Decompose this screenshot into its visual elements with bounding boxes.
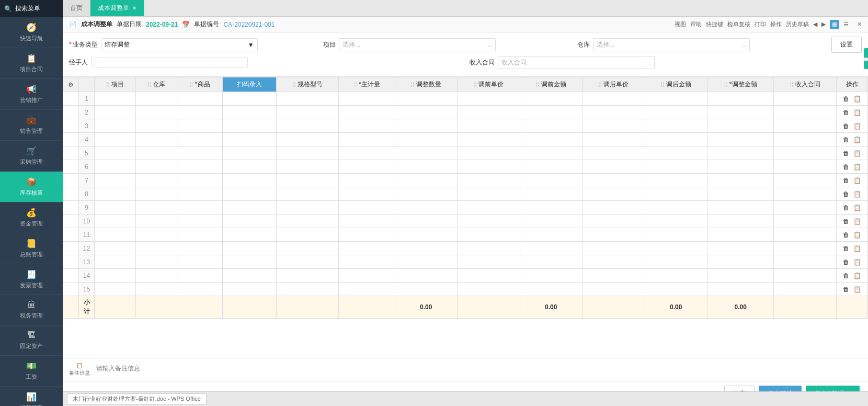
row-unit-5[interactable] <box>339 146 395 160</box>
row-post-adj-amount-7[interactable] <box>645 174 707 187</box>
row-warehouse-12[interactable] <box>136 242 177 255</box>
row-adj-amount-3[interactable] <box>707 119 774 133</box>
row-unit-4[interactable] <box>339 133 395 146</box>
row-post-adj-amount-11[interactable] <box>645 228 707 242</box>
row-delete-icon-7[interactable]: 🗑 <box>843 177 849 184</box>
row-pre-adj-amount-9[interactable] <box>520 201 583 215</box>
note-input[interactable] <box>94 363 862 374</box>
review-btn[interactable]: 检单复核 <box>727 20 750 28</box>
row-action-11[interactable]: 🗑 📋 <box>837 228 868 242</box>
row-post-adj-amount-4[interactable] <box>645 133 707 146</box>
sidebar-search[interactable]: 🔍 搜索菜单 <box>0 0 63 17</box>
row-scan-5[interactable] <box>223 146 277 160</box>
row-project-11[interactable] <box>95 228 136 242</box>
row-adj-amount-4[interactable] <box>707 133 774 146</box>
row-post-adj-price-11[interactable] <box>583 228 645 242</box>
row-adj-qty-14[interactable] <box>395 269 458 283</box>
sidebar-item-sales-mgmt[interactable]: 💼销售管理 <box>0 110 63 141</box>
row-scan-12[interactable] <box>223 242 277 255</box>
row-scan-1[interactable] <box>223 92 277 106</box>
row-spec-10[interactable] <box>276 215 339 228</box>
sidebar-item-fixed-assets[interactable]: 🏗固定资产 <box>0 325 63 356</box>
row-scan-7[interactable] <box>223 174 277 187</box>
row-delete-icon-15[interactable]: 🗑 <box>843 286 849 293</box>
row-income-contract-14[interactable] <box>774 269 837 283</box>
row-pre-adj-price-11[interactable] <box>458 228 520 242</box>
row-action-3[interactable]: 🗑 📋 <box>837 119 868 133</box>
row-post-adj-price-12[interactable] <box>583 242 645 255</box>
row-goods-8[interactable] <box>177 187 223 201</box>
row-action-8[interactable]: 🗑 📋 <box>837 187 868 201</box>
sidebar-item-sales-promo[interactable]: 📢营销推广 <box>0 79 63 110</box>
row-post-adj-price-5[interactable] <box>583 146 645 160</box>
row-post-adj-amount-15[interactable] <box>645 283 707 296</box>
row-pre-adj-price-10[interactable] <box>458 215 520 228</box>
row-adj-qty-3[interactable] <box>395 119 458 133</box>
row-scan-11[interactable] <box>223 228 277 242</box>
row-pre-adj-price-12[interactable] <box>458 242 520 255</box>
sidebar-item-ops-mgmt[interactable]: 📊经营管理 <box>0 387 63 406</box>
row-delete-icon-11[interactable]: 🗑 <box>843 231 849 239</box>
row-scan-9[interactable] <box>223 201 277 215</box>
row-income-contract-8[interactable] <box>774 187 837 201</box>
row-income-contract-9[interactable] <box>774 201 837 215</box>
row-adj-qty-13[interactable] <box>395 255 458 269</box>
row-post-adj-price-4[interactable] <box>583 133 645 146</box>
row-delete-icon-12[interactable]: 🗑 <box>843 245 849 252</box>
row-warehouse-10[interactable] <box>136 215 177 228</box>
nav-prev-icon[interactable]: ◀ <box>813 21 817 28</box>
row-delete-icon-9[interactable]: 🗑 <box>843 204 849 211</box>
row-post-adj-price-14[interactable] <box>583 269 645 283</box>
row-adj-amount-5[interactable] <box>707 146 774 160</box>
row-post-adj-amount-5[interactable] <box>645 146 707 160</box>
row-pre-adj-amount-4[interactable] <box>520 133 583 146</box>
row-adj-amount-14[interactable] <box>707 269 774 283</box>
history-btn[interactable]: 历史草稿 <box>786 20 809 28</box>
row-project-5[interactable] <box>95 146 136 160</box>
sidebar-item-purchase-mgmt[interactable]: 🛒采购管理 <box>0 141 63 172</box>
row-spec-14[interactable] <box>276 269 339 283</box>
row-pre-adj-amount-11[interactable] <box>520 228 583 242</box>
row-copy-icon-14[interactable]: 📋 <box>853 272 861 279</box>
row-post-adj-price-15[interactable] <box>583 283 645 296</box>
row-action-10[interactable]: 🗑 📋 <box>837 215 868 228</box>
tab-cost-adjust[interactable]: 成本调整单 ✕ <box>90 0 144 16</box>
row-pre-adj-amount-12[interactable] <box>520 242 583 255</box>
row-adj-amount-8[interactable] <box>707 187 774 201</box>
row-adj-qty-8[interactable] <box>395 187 458 201</box>
row-unit-2[interactable] <box>339 106 395 119</box>
row-pre-adj-price-7[interactable] <box>458 174 520 187</box>
row-project-15[interactable] <box>95 283 136 296</box>
row-adj-qty-2[interactable] <box>395 106 458 119</box>
row-post-adj-price-2[interactable] <box>583 106 645 119</box>
row-goods-6[interactable] <box>177 160 223 174</box>
row-pre-adj-price-6[interactable] <box>458 160 520 174</box>
row-project-4[interactable] <box>95 133 136 146</box>
row-scan-4[interactable] <box>223 133 277 146</box>
sidebar-item-quick-nav[interactable]: 🧭快速导航 <box>0 17 63 48</box>
row-goods-10[interactable] <box>177 215 223 228</box>
row-income-contract-3[interactable] <box>774 119 837 133</box>
row-income-contract-15[interactable] <box>774 283 837 296</box>
row-unit-13[interactable] <box>339 255 395 269</box>
row-unit-11[interactable] <box>339 228 395 242</box>
row-post-adj-price-13[interactable] <box>583 255 645 269</box>
row-post-adj-price-8[interactable] <box>583 187 645 201</box>
row-unit-7[interactable] <box>339 174 395 187</box>
row-scan-15[interactable] <box>223 283 277 296</box>
row-post-adj-price-9[interactable] <box>583 201 645 215</box>
row-action-7[interactable]: 🗑 📋 <box>837 174 868 187</box>
row-warehouse-15[interactable] <box>136 283 177 296</box>
row-adj-qty-9[interactable] <box>395 201 458 215</box>
row-post-adj-amount-14[interactable] <box>645 269 707 283</box>
row-unit-3[interactable] <box>339 119 395 133</box>
row-goods-1[interactable] <box>177 92 223 106</box>
row-copy-icon-13[interactable]: 📋 <box>853 258 861 266</box>
row-spec-7[interactable] <box>276 174 339 187</box>
row-pre-adj-amount-6[interactable] <box>520 160 583 174</box>
row-post-adj-amount-2[interactable] <box>645 106 707 119</box>
row-scan-14[interactable] <box>223 269 277 283</box>
row-adj-amount-10[interactable] <box>707 215 774 228</box>
row-copy-icon-1[interactable]: 📋 <box>853 95 861 103</box>
row-adj-amount-11[interactable] <box>707 228 774 242</box>
